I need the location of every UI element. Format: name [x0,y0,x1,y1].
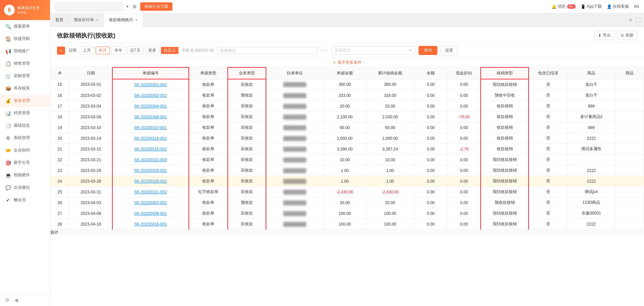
filter-more-dots[interactable]: ··· [321,47,328,54]
date-btn-this-year[interactable]: 本年 [111,47,125,54]
row-num: 17 [50,101,69,112]
row-docno[interactable]: SK-20230314-001 [112,133,189,144]
col-settings-icon[interactable]: ⚙ [50,67,69,79]
sidebar-item-inventory[interactable]: 📦 库存核算 [0,82,50,95]
row-writeoff-type: 预收中应收 [481,90,528,101]
row-docno[interactable]: SK-20230408-001 [112,208,189,219]
sidebar-item-basics[interactable]: 📑 基础信息 [0,119,50,132]
row-amount: 333.00 [323,90,366,101]
row-goods2 [615,187,644,197]
cart-icon: 🛒 [5,73,11,79]
row-docno[interactable]: SK-20230328-002 [112,176,189,187]
row-biztype: 预收款 [228,197,266,208]
col-biztype-header: 业务类型 [228,67,266,79]
row-goods: 老白干 [568,79,615,90]
sidebar-item-search[interactable]: 🔍 搜索菜单 [0,20,50,33]
date-btn-this-month[interactable]: 本月 [96,47,110,54]
row-amount: 1.00 [323,165,366,176]
row-writeoff-amount: 100.00 [366,208,414,219]
collapse-icon[interactable]: ◀ [14,297,18,303]
sidebar-label-guide: 新手引导 [14,160,30,166]
gear-icon: ⚙ [5,135,11,141]
table-body: 152023-03-01SK-20230301-002收款单应收款███████… [50,79,644,230]
sidebar-item-system[interactable]: ⚙ 系统管理 [0,132,50,144]
row-balance: 0.00 [414,208,447,219]
app-download-item[interactable]: 📱 App下载 [581,4,602,9]
topbar-gear-icon[interactable]: ⚙ [132,4,137,9]
row-doctype: 收款单 [189,165,228,176]
member-icon: ✔ [5,197,11,203]
filter-settings-button[interactable]: 设置 [441,46,458,55]
partner-filter-input[interactable] [217,47,318,54]
row-doctype: 收款单 [189,79,228,90]
row-docno[interactable]: SK-20230301-002 [112,79,189,90]
row-docno[interactable]: SK-20230304-001 [112,101,189,112]
sidebar-item-nav[interactable]: 🏠 快捷导航 [0,33,50,45]
sidebar-item-guide[interactable]: 🎯 新手引导 [0,157,50,169]
sidebar-item-hardware[interactable]: 💻 智能硬件 [0,169,50,181]
refresh-button[interactable]: ↻ 刷新 [617,31,637,40]
sidebar-item-member[interactable]: ✔ 畅会员 [0,194,50,206]
row-num: 27 [50,208,69,219]
row-doctype: 收款单 [189,219,228,230]
row-doctype: 收款单 [189,101,228,112]
row-goods2 [615,219,644,230]
row-goods: 2222 [568,133,615,144]
row-discount: 0.00 [447,155,481,165]
sidebar-label-inventory: 库存核算 [14,85,30,91]
tab-writeoff[interactable]: 收款核销执行 ✕ [104,13,143,27]
doc-type-filter-select[interactable]: 单据类型 ▼ [331,46,415,55]
sidebar-item-capital[interactable]: 💰 资金管理 [0,95,50,107]
sidebar-item-marketing[interactable]: 📢 营销推广 [0,45,50,57]
row-num: 24 [50,176,69,187]
table-row: 232023-03-28SK-20230328-001收款单应收款███████… [50,165,644,176]
row-docno[interactable]: SK-20230331-002 [112,187,189,197]
sidebar-item-wechat[interactable]: 💬 企业微信 [0,181,50,194]
industry-solution-button[interactable]: 体验行业方案 [140,2,172,11]
row-partner: ████████ [266,187,323,197]
table-row: 172023-03-04SK-20230304-001收款单应收款███████… [50,101,644,112]
row-docno[interactable]: SK-20230403-002 [112,197,189,208]
page-title: 收款核销执行(按收款) [57,32,115,40]
row-docno[interactable]: SK-20230328-001 [112,165,189,176]
search-icon: 🔍 [5,24,11,29]
row-docno[interactable]: SK-20230310-001 [112,122,189,133]
sidebar-label-collab: 企业协同 [14,147,30,153]
tab-prepay-close[interactable]: ✕ [96,18,99,22]
tab-home[interactable]: 首页 [50,13,69,27]
row-docno[interactable]: SK-20230418-001 [112,219,189,230]
settings-bottom-icon[interactable]: ⚙ [5,297,9,303]
customer-service-item[interactable]: 👤 在线客服 [607,4,629,9]
date-btn-last-month[interactable]: 上月 [80,47,94,54]
sidebar-item-collab[interactable]: 🤝 企业协同 [0,144,50,157]
sidebar-label-sales: 销售管理 [14,61,30,66]
date-custom-button[interactable]: 自定义 [161,47,178,54]
row-docno[interactable]: SK-20230308-001 [112,112,189,122]
expand-more-bar[interactable]: ∨ 展开更多条件 [50,58,644,67]
row-docno[interactable]: SK-20230302-002 [112,90,189,101]
sidebar-label-operation: 经营管理 [14,110,30,116]
notification-item[interactable]: 🔔 消息 99+ [551,4,576,9]
export-button[interactable]: ⬆ 导出 [594,31,614,40]
row-docno[interactable]: SK-20230315-002 [112,144,189,155]
tab-prepay[interactable]: 预收应付单 ✕ [69,13,104,27]
sidebar-item-purchase[interactable]: 🛒 采购管理 [0,70,50,82]
filter-toggle-button[interactable]: » [57,47,65,55]
user-avatar[interactable]: Rit [634,4,639,9]
tab-close-all-icon[interactable]: ✕ [629,17,633,23]
topbar-dropdown-arrow[interactable]: ▼ [126,5,129,8]
row-docno[interactable]: SK-20230321-003 [112,155,189,165]
tab-expand-icon[interactable]: ⛶ [636,17,641,23]
row-goods2 [615,208,644,219]
sidebar-item-sales[interactable]: 📋 销售管理 [0,57,50,70]
query-button[interactable]: 查询 [419,46,437,55]
row-settled: 否 [529,176,568,187]
date-btn-7days[interactable]: 近7天 [127,47,144,54]
row-date: 2023-04-18 [69,219,112,230]
date-btn-more[interactable]: 更多 [145,47,159,54]
topbar-search-input[interactable] [55,2,122,11]
sidebar-item-operation[interactable]: 📊 经营管理 [0,107,50,119]
tab-writeoff-close[interactable]: ✕ [135,18,138,22]
row-amount: 10.00 [323,155,366,165]
sales-icon: 📋 [5,61,11,66]
